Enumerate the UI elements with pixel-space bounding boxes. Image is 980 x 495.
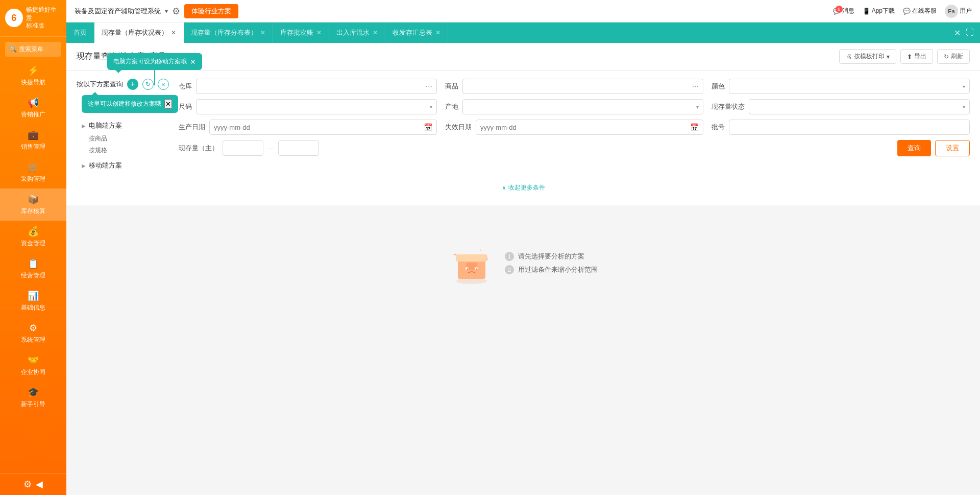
marketing-icon: 📢: [28, 97, 39, 108]
sidebar-item-sales[interactable]: 💼 销售管理: [0, 124, 66, 156]
production-date-label: 生产日期: [179, 123, 205, 132]
stock-min-field[interactable]: [227, 145, 259, 152]
sidebar-collapse-button[interactable]: ◀: [36, 479, 43, 490]
size-select[interactable]: ▾: [196, 99, 437, 114]
goods-dots-icon: ···: [692, 82, 699, 91]
production-date-cell: 生产日期 📅: [179, 120, 437, 135]
color-label: 颜色: [712, 82, 725, 91]
tab-inventory-status[interactable]: 现存量（库存状况表） ✕: [94, 22, 184, 43]
tab-close-collect-summary[interactable]: ✕: [435, 29, 440, 36]
expiry-date-field[interactable]: [480, 124, 687, 131]
user-button[interactable]: Ea 用户: [945, 5, 972, 18]
app-download-button[interactable]: 📱 App下载: [863, 7, 895, 15]
query-button[interactable]: 查询: [897, 140, 931, 156]
online-service-button[interactable]: 💬 在线客服: [903, 7, 937, 15]
scheme-by-goods[interactable]: 按商品: [89, 133, 179, 145]
batch-input[interactable]: [729, 120, 970, 135]
stock-status-arrow-icon: ▾: [963, 104, 965, 110]
add-scheme-button[interactable]: +: [127, 79, 138, 90]
stock-status-select[interactable]: ▾: [749, 99, 970, 114]
scheme-desktop-sub: 按商品 按规格: [77, 133, 179, 156]
quick-nav-icon: ⚡: [28, 65, 39, 76]
print-button[interactable]: 🖨 按模板打印 ▾: [839, 49, 896, 64]
inventory-icon: 📦: [28, 194, 39, 205]
tab-inventory-dist[interactable]: 现存量（库存分布表） ✕: [184, 22, 273, 43]
tab-close-inventory-dist[interactable]: ✕: [260, 29, 265, 36]
tooltip2-close-button[interactable]: ✕: [164, 99, 172, 109]
tooltip1-close-button[interactable]: ✕: [190, 58, 196, 66]
production-date-field[interactable]: [214, 124, 421, 131]
filter-row-4: 现存量（主） — 查询 设置: [179, 140, 970, 156]
sidebar-item-enterprise[interactable]: 🤝 企业协同: [0, 349, 66, 382]
sidebar-item-finance[interactable]: 💰 资金管理: [0, 221, 66, 253]
color-cell: 颜色 ▾: [712, 79, 970, 94]
expiry-date-input[interactable]: 📅: [476, 120, 703, 135]
tab-close-inventory-status[interactable]: ✕: [171, 29, 176, 36]
sidebar-item-management[interactable]: 📋 经营管理: [0, 253, 66, 285]
sidebar-item-inventory[interactable]: 📦 库存核算: [0, 188, 66, 221]
color-arrow-icon: ▾: [963, 84, 965, 89]
origin-label: 产地: [445, 102, 458, 111]
export-icon: ⬆: [907, 53, 912, 60]
tab-maximize-button[interactable]: ⛶: [964, 26, 976, 39]
batch-field[interactable]: [733, 124, 965, 131]
tooltip-create-scheme: 这里可以创建和修改方案哦 ✕: [82, 95, 178, 113]
collapse-button[interactable]: ∧ 收起更多条件: [502, 183, 545, 192]
user-avatar: Ea: [945, 5, 958, 18]
page-header-actions: 🖨 按模板打印 ▾ ⬆ 导出 ↻ 刷新: [839, 49, 970, 64]
sidebar-item-system[interactable]: ⚙ 系统管理: [0, 317, 66, 349]
goods-label: 商品: [445, 82, 458, 91]
sidebar-item-quick[interactable]: ⚡ 快捷导航: [0, 60, 66, 92]
sidebar-settings-button[interactable]: ⚙: [23, 479, 32, 490]
experience-button[interactable]: 体验行业方案: [184, 4, 238, 18]
logo-text: 畅捷通好生意 标准版: [26, 6, 61, 30]
expiry-date-cell: 失效日期 📅: [445, 120, 703, 135]
export-button[interactable]: ⬆ 导出: [900, 49, 933, 64]
message-button[interactable]: 💬 6 消息: [833, 7, 854, 15]
origin-select[interactable]: ▾: [462, 99, 703, 114]
scheme-by-spec[interactable]: 按规格: [89, 145, 179, 156]
scheme-desktop[interactable]: ▶ 电脑端方案: [77, 119, 179, 133]
refresh-button[interactable]: ↻ 刷新: [937, 49, 970, 64]
tab-home[interactable]: 首页: [66, 22, 94, 43]
sidebar-item-guide[interactable]: 🎓 新手引导: [0, 382, 66, 414]
tab-inout-flow[interactable]: 出入库流水 ✕: [329, 22, 385, 43]
size-cell: 尺码 ▾: [179, 99, 437, 114]
stock-main-max-input[interactable]: [278, 140, 319, 156]
expiry-date-label: 失效日期: [445, 123, 472, 132]
stock-max-field[interactable]: [283, 145, 314, 152]
scheme-mobile[interactable]: ▶ 移动端方案: [77, 158, 179, 173]
refresh-scheme-button[interactable]: ↻: [142, 79, 154, 90]
search-menu-button[interactable]: 🔍 搜索菜单: [5, 42, 61, 57]
header-settings-button[interactable]: ⚙: [172, 6, 180, 17]
system-name: 装备及固定资产辅助管理系统: [75, 7, 161, 16]
stock-main-min-input[interactable]: [223, 140, 263, 156]
back-scheme-button[interactable]: «: [158, 79, 169, 90]
production-date-input[interactable]: 📅: [209, 120, 437, 135]
tab-batch[interactable]: 库存批次账 ✕: [273, 22, 329, 43]
tab-collect-summary[interactable]: 收发存汇总表 ✕: [385, 22, 448, 43]
settings-button[interactable]: 设置: [935, 140, 970, 156]
filter-label: 按以下方案查询: [77, 80, 123, 89]
size-arrow-icon: ▾: [430, 104, 432, 110]
sidebar-item-basic[interactable]: 📊 基础信息: [0, 285, 66, 317]
warehouse-select[interactable]: ···: [196, 79, 437, 94]
empty-text-list: 1 请先选择要分析的方案 2 用过滤条件来缩小分析范围: [505, 252, 598, 274]
message-count: 6: [836, 6, 843, 13]
tab-close-batch[interactable]: ✕: [316, 29, 322, 36]
svg-text:✦: ✦: [479, 248, 482, 252]
filter-row-2: 尺码 ▾ 产地 ▾ 现存量状态: [179, 99, 970, 114]
sidebar-item-marketing[interactable]: 📢 营销推广: [0, 92, 66, 124]
stock-main-label: 现存量（主）: [179, 144, 218, 153]
tab-close-all-button[interactable]: ✕: [952, 26, 963, 40]
color-select[interactable]: ▾: [729, 79, 970, 94]
sidebar-item-purchase[interactable]: 🛒 采购管理: [0, 156, 66, 188]
calendar-icon-1: 📅: [424, 123, 432, 131]
system-dropdown-button[interactable]: ▾: [165, 8, 168, 15]
management-icon: 📋: [28, 258, 39, 269]
header-right: 💬 6 消息 📱 App下载 💬 在线客服 Ea 用户: [833, 5, 972, 18]
desktop-arrow-icon: ▶: [82, 123, 86, 129]
scheme-tree: ▶ 电脑端方案 按商品 按规格 ▶ 移动端方案: [77, 119, 179, 173]
tab-close-inout-flow[interactable]: ✕: [373, 29, 378, 36]
goods-select[interactable]: ···: [462, 79, 703, 94]
